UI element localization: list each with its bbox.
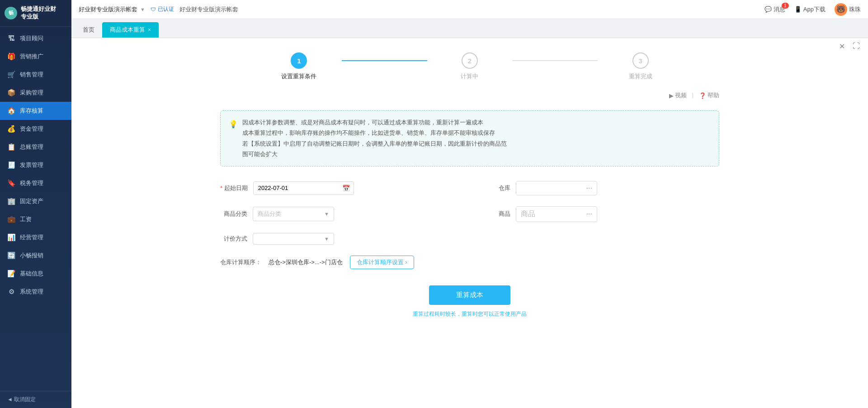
sidebar-item-sales[interactable]: 🛒 销售管理 bbox=[0, 66, 71, 84]
sidebar-brand: 畅捷通好业财 专业版 bbox=[21, 5, 56, 21]
sidebar-item-marketing[interactable]: 🎁 营销推广 bbox=[0, 47, 71, 66]
video-label: 视频 bbox=[675, 91, 687, 100]
video-link[interactable]: ▶ 视频 bbox=[669, 91, 687, 100]
info-icon: 💡 bbox=[229, 118, 238, 160]
info-line-2: 成本重算过程中，影响库存账的操作均不能操作，比如进货单、销货单、库存单据不能审核… bbox=[242, 128, 507, 138]
start-date-input[interactable] bbox=[254, 182, 339, 194]
user-name: 珠珠 bbox=[849, 5, 861, 14]
sidebar-item-expense[interactable]: 🔄 小畅报销 bbox=[0, 247, 71, 265]
form-group-pricing: 计价方式 ▼ bbox=[220, 233, 719, 245]
pricing-label: 计价方式 bbox=[220, 235, 247, 243]
category-placeholder: 商品分类 bbox=[258, 210, 281, 218]
phone-icon: 📱 bbox=[794, 6, 802, 13]
sidebar-item-label: 基础信息 bbox=[20, 270, 43, 278]
sidebar-item-basic[interactable]: 📝 基础信息 bbox=[0, 265, 71, 283]
ellipsis-icon: ··· bbox=[586, 184, 592, 192]
category-select[interactable]: 商品分类 ▼ bbox=[253, 207, 334, 221]
warehouse-select[interactable]: ··· bbox=[516, 181, 597, 195]
question-icon: ❓ bbox=[699, 92, 706, 99]
form-group-category: 商品分类 商品分类 ▼ bbox=[220, 207, 456, 221]
sidebar-item-label: 小畅报销 bbox=[20, 251, 43, 260]
category-label: 商品分类 bbox=[220, 210, 247, 218]
recalc-button[interactable]: 重算成本 bbox=[429, 285, 510, 305]
sidebar-item-salary[interactable]: 💼 工资 bbox=[0, 210, 71, 228]
sidebar-footer-unpin[interactable]: ◄ 取消固定 bbox=[0, 391, 71, 408]
help-label: 帮助 bbox=[708, 91, 719, 100]
step-2-circle: 2 bbox=[462, 52, 478, 69]
step-1: 1 设置重算条件 bbox=[256, 52, 342, 81]
system-icon: ⚙ bbox=[7, 288, 15, 296]
sidebar-item-label: 总账管理 bbox=[20, 143, 43, 151]
sidebar-item-operation[interactable]: 📊 经营管理 bbox=[0, 228, 71, 247]
goods-select[interactable]: 商品 ··· bbox=[516, 206, 597, 222]
topbar-right: 💬 消息 1 📱 App下载 🐻 珠珠 bbox=[764, 3, 861, 16]
tab-home-label: 首页 bbox=[83, 26, 94, 34]
sidebar-item-label: 固定资产 bbox=[20, 197, 43, 205]
start-date-input-wrapper[interactable]: 📅 bbox=[253, 181, 354, 195]
pricing-select[interactable]: ▼ bbox=[253, 233, 334, 245]
chevron-pricing-icon: ▼ bbox=[324, 236, 329, 242]
step-1-circle: 1 bbox=[291, 52, 307, 69]
goods-placeholder: 商品 bbox=[521, 209, 586, 219]
avatar: 🐻 bbox=[835, 3, 847, 16]
user-menu-button[interactable]: 🐻 珠珠 bbox=[835, 3, 861, 16]
main-area: 好业财专业版演示帐套 ▼ 🛡 已认证 好业财专业版演示帐套 💬 消息 1 📱 A… bbox=[71, 0, 868, 408]
brand-name: 畅捷通好业财 bbox=[21, 5, 56, 13]
recalc-hint: 重算过程耗时较长，重算时您可以正常使用产品 bbox=[220, 310, 719, 318]
form-row-date-warehouse: 起始日期 📅 仓库 ··· bbox=[220, 181, 719, 195]
basic-icon: 📝 bbox=[7, 270, 15, 278]
sidebar-item-label: 资金管理 bbox=[20, 125, 43, 133]
step-1-label: 设置重算条件 bbox=[281, 72, 316, 81]
sidebar-item-system[interactable]: ⚙ 系统管理 bbox=[0, 283, 71, 301]
shield-icon: 🛡 bbox=[151, 6, 156, 13]
dropdown-icon: ▼ bbox=[140, 7, 145, 12]
tabbar: 首页 商品成本重算 × bbox=[71, 19, 868, 38]
help-link[interactable]: ❓ 帮助 bbox=[699, 91, 719, 100]
app-download-button[interactable]: 📱 App下载 bbox=[794, 5, 826, 14]
sidebar-item-label: 工资 bbox=[20, 215, 32, 223]
warehouse-order-btn-label: 仓库计算顺序设置 › bbox=[357, 258, 407, 266]
sidebar-item-project[interactable]: 🏗 项目顾问 bbox=[0, 29, 71, 47]
calendar-icon[interactable]: 📅 bbox=[339, 182, 354, 195]
sales-icon: 🛒 bbox=[7, 71, 15, 79]
content-inner: 1 设置重算条件 2 计算中 3 bbox=[198, 38, 741, 332]
tax-icon: 🔖 bbox=[7, 179, 15, 187]
sidebar-item-label: 采购管理 bbox=[20, 89, 43, 97]
sidebar-item-accounting[interactable]: 📋 总账管理 bbox=[0, 138, 71, 156]
marketing-icon: 🎁 bbox=[7, 52, 15, 61]
sidebar-item-label: 经营管理 bbox=[20, 233, 43, 242]
sidebar-item-finance[interactable]: 💰 资金管理 bbox=[0, 120, 71, 138]
sidebar-item-purchase[interactable]: 📦 采购管理 bbox=[0, 84, 71, 102]
message-icon: 💬 bbox=[764, 6, 772, 13]
close-window-button[interactable]: ✕ bbox=[837, 42, 846, 51]
message-button[interactable]: 💬 消息 1 bbox=[764, 5, 785, 14]
tab-recalc[interactable]: 商品成本重算 × bbox=[102, 22, 159, 38]
expand-window-button[interactable]: ⛶ bbox=[852, 42, 861, 51]
start-date-label: 起始日期 bbox=[220, 184, 248, 192]
app-download-label: App下载 bbox=[803, 5, 826, 14]
sidebar-item-inventory[interactable]: 🏠 库存核算 bbox=[0, 102, 71, 120]
account-display-text: 好业财专业版演示帐套 bbox=[179, 6, 238, 13]
warehouse-order-label: 仓库计算顺序： bbox=[220, 258, 261, 266]
sidebar-header: 畅 畅捷通好业财 专业版 bbox=[0, 0, 71, 27]
expense-icon: 🔄 bbox=[7, 251, 15, 260]
recalc-section: 重算成本 重算过程耗时较长，重算时您可以正常使用产品 bbox=[220, 285, 719, 318]
form-group-goods: 商品 商品 ··· bbox=[483, 206, 719, 222]
tab-home[interactable]: 首页 bbox=[75, 22, 102, 38]
warehouse-order-settings-button[interactable]: 仓库计算顺序设置 › bbox=[350, 256, 414, 269]
recalc-btn-label: 重算成本 bbox=[456, 291, 483, 299]
sidebar-item-assets[interactable]: 🏢 固定资产 bbox=[0, 192, 71, 210]
sidebar-item-invoice[interactable]: 🧾 发票管理 bbox=[0, 156, 71, 174]
tab-close-icon[interactable]: × bbox=[148, 27, 151, 33]
ellipsis-icon-goods: ··· bbox=[586, 210, 592, 218]
account-selector[interactable]: 好业财专业版演示帐套 ▼ bbox=[79, 5, 145, 14]
sidebar-item-tax[interactable]: 🔖 税务管理 bbox=[0, 174, 71, 192]
sidebar: 畅 畅捷通好业财 专业版 🏗 项目顾问 🎁 营销推广 🛒 销售管理 📦 采购管理… bbox=[0, 0, 71, 408]
goods-label: 商品 bbox=[483, 210, 510, 218]
sidebar-item-label: 库存核算 bbox=[20, 107, 43, 115]
help-row: ▶ 视频 | ❓ 帮助 bbox=[220, 91, 719, 100]
step-2-label: 计算中 bbox=[461, 72, 478, 81]
tab-recalc-label: 商品成本重算 bbox=[110, 26, 145, 34]
info-line-3: 若【系统设置】中启用了自动调整记账日期时，会调整入库单的整单记账日期，因此重新计… bbox=[242, 138, 507, 149]
sidebar-item-label: 销售管理 bbox=[20, 71, 43, 79]
